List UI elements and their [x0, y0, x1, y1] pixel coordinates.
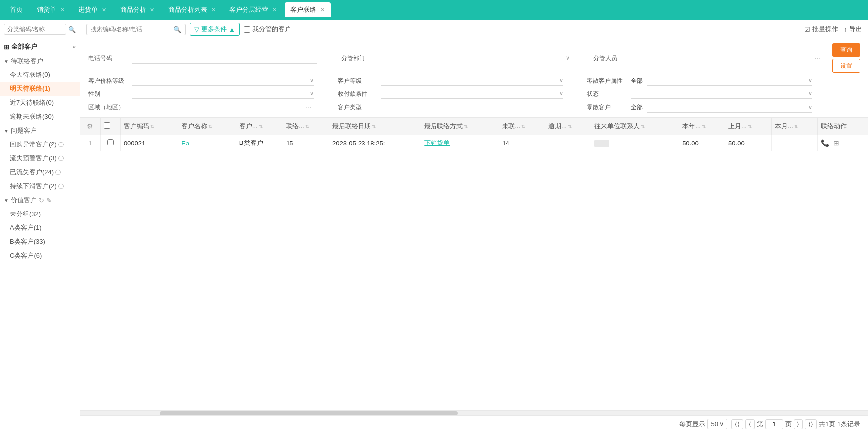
sidebar-item-class-a[interactable]: A类客户(1)	[0, 221, 80, 235]
nav-close-purchase[interactable]: ✕	[102, 7, 106, 13]
page-number-input[interactable]	[765, 419, 783, 429]
nav-product-analysis-list[interactable]: 商品分析列表 ✕	[162, 2, 221, 17]
sidebar-item-churn-warning[interactable]: 流失预警客户(3) ⓘ	[0, 151, 80, 165]
th-last-date: 最后联络日期 ⇅	[329, 118, 421, 135]
sort-icon-notcontact[interactable]: ⇅	[521, 124, 525, 129]
sort-icon-type[interactable]: ⇅	[259, 124, 263, 129]
my-customers-checkbox[interactable]	[244, 26, 250, 33]
prev-page-btn[interactable]: ⟨	[745, 419, 755, 429]
dept-select[interactable]: ∨	[385, 53, 570, 63]
sidebar-search-icon[interactable]: 🔍	[68, 26, 76, 33]
phone-input[interactable]	[132, 53, 317, 64]
edit-icon[interactable]: ✎	[46, 197, 52, 204]
nav-sales-order[interactable]: 销货单 ✕	[31, 2, 71, 17]
arrow-icon: ▼	[4, 59, 9, 64]
region-dots-icon[interactable]: ···	[304, 103, 314, 111]
th-checkbox[interactable]	[100, 118, 120, 135]
sidebar-item-lost[interactable]: 已流失客户(24) ⓘ	[0, 165, 80, 179]
nav-purchase-order[interactable]: 进货单 ✕	[72, 2, 112, 17]
sidebar-item-7days[interactable]: 近7天待联络(0)	[0, 96, 80, 110]
td-checkbox[interactable]	[100, 135, 120, 151]
filter-panel: 电话号码 分管部门 ∨ 分管人员 ··· 查询 设置	[80, 39, 868, 118]
sidebar-item-class-b[interactable]: B类客户(33)	[0, 235, 80, 249]
horizontal-scrollbar[interactable]	[80, 410, 868, 415]
nature-select[interactable]: ∨	[132, 89, 314, 99]
sidebar-all-customers[interactable]: ⊞ 全部客户 «	[0, 39, 80, 54]
nav-home[interactable]: 首页	[4, 2, 29, 17]
sort-icon-date[interactable]: ⇅	[372, 124, 376, 129]
nav-close-sales[interactable]: ✕	[60, 7, 65, 13]
price-level-select[interactable]: ∨	[132, 76, 314, 86]
sidebar-item-declining[interactable]: 持续下滑客户(2) ⓘ	[0, 179, 80, 193]
chevron-down-icon-2: ∨	[310, 77, 314, 84]
nav-close-segmentation[interactable]: ✕	[272, 7, 277, 13]
nav-customer-segmentation[interactable]: 客户分层经营 ✕	[223, 2, 283, 17]
first-page-btn[interactable]: ⟨⟨	[731, 419, 743, 429]
export-btn[interactable]: ↑ 导出	[844, 25, 863, 34]
row-select-checkbox[interactable]	[107, 139, 114, 145]
select-all-checkbox[interactable]	[104, 122, 110, 129]
settings-icon[interactable]: ⚙	[87, 122, 93, 130]
nav-close-contact[interactable]: ✕	[320, 7, 325, 13]
td-last-method[interactable]: 下销货单	[421, 135, 499, 151]
th-gear[interactable]: ⚙	[80, 118, 100, 135]
sort-icon-thisyear[interactable]: ⇅	[702, 124, 706, 129]
filter-retail-attr: 零散客户属性 全部 ∨	[587, 76, 812, 86]
sidebar-section-value[interactable]: ▼ 价值客户 ↻ ✎	[0, 193, 80, 207]
next-page-btn[interactable]: ⟩	[794, 419, 803, 429]
setting-button[interactable]: 设置	[832, 59, 860, 73]
manager-dots-icon[interactable]: ···	[812, 54, 822, 62]
my-customers-checkbox-label[interactable]: 我分管的客户	[244, 25, 291, 34]
sort-icon-thismonth[interactable]: ⇅	[794, 124, 798, 129]
sort-icon-name[interactable]: ⇅	[208, 124, 212, 129]
sidebar-search-input[interactable]	[4, 24, 66, 35]
action-phone-icon[interactable]: 📞	[821, 139, 829, 147]
region-input-area[interactable]: ···	[132, 102, 314, 113]
nav-product-analysis[interactable]: 商品分析 ✕	[114, 2, 160, 17]
sort-icon-code[interactable]: ⇅	[150, 124, 154, 129]
status-select[interactable]: ∨	[631, 89, 812, 99]
more-filter-btn[interactable]: ▽ 更多条件 ▲	[190, 23, 240, 36]
sort-icon-contact[interactable]: ⇅	[305, 124, 309, 129]
manager-input-area[interactable]: ···	[637, 53, 822, 64]
retail-attr-select[interactable]: ∨	[647, 76, 812, 86]
retail-customer-select[interactable]: ∨	[647, 103, 812, 113]
arrow-icon-3: ▼	[4, 198, 9, 203]
payment-select[interactable]: ∨	[381, 89, 563, 99]
scrollbar-thumb[interactable]	[160, 411, 458, 415]
sidebar-item-abnormal[interactable]: 回购异常客户(2) ⓘ	[0, 138, 80, 151]
table-row: 1 000021 Ea B类客户 15 2023-05-23 18:25: 下销…	[80, 135, 868, 151]
batch-operation-btn[interactable]: ☑ 批量操作	[804, 25, 838, 34]
sidebar-item-overdue[interactable]: 逾期未联络(30)	[0, 110, 80, 124]
search-icon[interactable]: 🔍	[173, 26, 181, 33]
sort-icon-method[interactable]: ⇅	[464, 124, 468, 129]
last-page-btn[interactable]: ⟩⟩	[805, 419, 817, 429]
collapse-icon: «	[73, 44, 76, 50]
nav-customer-contact[interactable]: 客户联络 ✕	[285, 2, 331, 17]
refresh-icon[interactable]: ↻	[39, 197, 44, 204]
td-this-year: 50.00	[679, 135, 725, 151]
customer-level-select[interactable]: ∨	[381, 76, 563, 86]
sort-icon-partner[interactable]: ⇅	[641, 124, 645, 129]
th-this-year: 本年... ⇅	[679, 118, 725, 135]
sidebar-item-tomorrow[interactable]: 明天待联络(1)	[0, 82, 80, 96]
sort-icon-overdue[interactable]: ⇅	[568, 124, 572, 129]
sidebar-section-pending[interactable]: ▼ 待联络客户	[0, 54, 80, 68]
sort-icon-lastmonth[interactable]: ⇅	[748, 124, 752, 129]
nav-close-product-list[interactable]: ✕	[211, 7, 216, 13]
customer-type-area[interactable]	[381, 106, 563, 109]
sidebar-item-ungrouped[interactable]: 未分组(32)	[0, 207, 80, 221]
td-name[interactable]: Ea	[178, 135, 236, 151]
chevron-down-icon: ∨	[566, 55, 570, 61]
page-size-box[interactable]: 50 ∨	[707, 419, 727, 429]
table-body: 1 000021 Ea B类客户 15 2023-05-23 18:25: 下销…	[80, 135, 868, 151]
action-grid-icon[interactable]: ⊞	[833, 139, 839, 147]
sidebar-section-problem[interactable]: ▼ 问题客户	[0, 124, 80, 138]
sidebar-item-today[interactable]: 今天待联络(0)	[0, 68, 80, 82]
nav-close-product-analysis[interactable]: ✕	[150, 7, 154, 13]
main-search-input[interactable]	[91, 26, 171, 33]
query-button[interactable]: 查询	[832, 43, 860, 57]
chevron-down-icon-6: ∨	[559, 90, 563, 97]
sidebar-item-class-c[interactable]: C类客户(6)	[0, 249, 80, 263]
filter-row-2: 客户价格等级 ∨ 客户等级 ∨ 零散客户属性 全部 ∨	[88, 76, 860, 86]
